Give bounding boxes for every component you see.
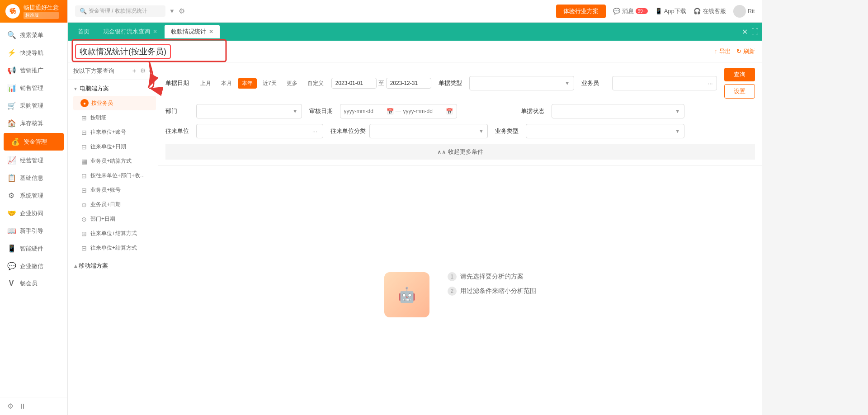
date-range: 至	[331, 78, 431, 89]
settings-icon[interactable]: ⚙	[179, 7, 185, 15]
sidebar-item-marketing[interactable]: 📢 营销推广	[0, 61, 67, 79]
tab-cashflow-close[interactable]: ✕	[153, 28, 157, 35]
sidebar-item-sales[interactable]: 📊 销售管理	[0, 79, 67, 97]
date-to-input[interactable]	[386, 78, 431, 89]
tab-close-all-icon[interactable]: ✕	[742, 28, 748, 36]
filter-actions: 查询 设置	[724, 68, 755, 99]
export-label: 导出	[719, 47, 731, 56]
export-button[interactable]: ↑ 导出	[714, 47, 731, 56]
scheme-items-list: ● 按业务员 ⊞ 按明细 ⊟ 往来单位+账号 ⊟	[68, 96, 158, 255]
counterpart-type-select[interactable]: ▼	[369, 124, 488, 138]
tab-maximize-icon[interactable]: ⛶	[751, 28, 759, 36]
sidebar-item-wechat[interactable]: 💬 企业微信	[0, 257, 67, 275]
settings-bottom-icon[interactable]: ⚙	[7, 402, 14, 410]
scheme-item-partner-payment1[interactable]: ⊞ 往来单位+结算方式	[73, 226, 156, 241]
date-tab-7days[interactable]: 近7天	[259, 78, 281, 89]
salesman-select[interactable]: ···	[612, 76, 717, 90]
partner-account-icon: ⊟	[80, 129, 88, 136]
calendar-icon-left[interactable]: 📅	[387, 108, 394, 115]
salesman-filter: 业务员 ···	[581, 76, 717, 90]
sidebar-item-system[interactable]: ⚙ 系统管理	[0, 187, 67, 204]
sidebar-item-inventory[interactable]: 🏠 库存核算	[0, 114, 67, 132]
sidebar-item-search[interactable]: 🔍 搜索菜单	[0, 26, 67, 44]
mobile-scheme-header[interactable]: ▶ 移动端方案	[68, 259, 158, 273]
scheme-item-partner-account[interactable]: ⊟ 往来单位+账号	[73, 125, 156, 139]
message-action[interactable]: 💬 消息 99+	[613, 7, 648, 15]
collapse-sidebar-icon[interactable]: ⏸	[19, 402, 26, 410]
online-service-label: 在线客服	[703, 7, 726, 15]
sidebar-item-purchase[interactable]: 🛒 采购管理	[0, 97, 67, 114]
dept-select[interactable]: ▼	[196, 104, 302, 118]
voucher-type-select[interactable]: ▼	[469, 76, 574, 90]
date-tab-thisyear[interactable]: 本年	[238, 78, 257, 89]
app-download-action[interactable]: 📱 App下载	[655, 7, 686, 15]
filter-row-1: 单据日期 上月 本月 本年 近7天 更多 自定义 至	[165, 68, 755, 99]
member-icon: V	[7, 279, 15, 288]
review-from-input[interactable]	[344, 108, 385, 114]
sidebar-item-operation[interactable]: 📈 经营管理	[0, 151, 67, 169]
scheme-item-combined[interactable]: ⊟ 按往来单位+部门+收...	[73, 169, 156, 183]
calendar-icon-right[interactable]: 📅	[446, 108, 453, 115]
date-from-input[interactable]	[331, 78, 377, 89]
tab-cashflow-label: 现金银行流水查询	[103, 28, 150, 36]
sidebar-label-purchase: 采购管理	[20, 102, 43, 110]
review-date-filter: 审核日期 📅 — 📅	[309, 104, 514, 118]
review-to-input[interactable]	[403, 108, 444, 114]
set-button[interactable]: 设置	[724, 84, 755, 99]
sidebar-item-finance[interactable]: 💰 资金管理	[4, 133, 64, 151]
online-service-action[interactable]: 🎧 在线客服	[693, 7, 726, 15]
left-panel: 按以下方案查询 ＋ ⚙ « ▼ 电脑端方案	[68, 62, 158, 415]
collapse-label: 收起更多条件	[448, 148, 483, 156]
scheme-item-partner-date[interactable]: ⊟ 往来单位+日期	[73, 140, 156, 154]
sidebar-label-enterprise: 企业协同	[20, 209, 43, 217]
step-1-label: 请先选择要分析的方案	[460, 273, 524, 281]
dropdown-icon[interactable]: ▼	[169, 8, 175, 14]
date-tab-custom[interactable]: 自定义	[303, 78, 328, 89]
salesman-label: 业务员	[581, 79, 609, 87]
trial-button[interactable]: 体验行业方案	[556, 5, 606, 18]
breadcrumb: 资金管理 / 收款情况统计	[89, 7, 147, 15]
scheme-item-salesman-payment[interactable]: ▦ 业务员+结算方式	[73, 154, 156, 168]
sidebar-item-enterprise[interactable]: 🤝 企业协同	[0, 204, 67, 222]
sidebar-item-quicknav[interactable]: ⚡ 快捷导航	[0, 44, 67, 61]
date-tab-lastmonth[interactable]: 上月	[196, 78, 215, 89]
sidebar-item-member[interactable]: V 畅会员	[0, 275, 67, 292]
counterpart-dots[interactable]: ···	[311, 128, 319, 135]
sidebar-item-basic[interactable]: 📋 基础信息	[0, 169, 67, 187]
biz-type-select[interactable]: ▼	[526, 124, 684, 138]
sidebar-label-search: 搜索菜单	[20, 31, 43, 39]
scheme-item-detail[interactable]: ⊞ 按明细	[73, 111, 156, 125]
robot-illustration: 🤖	[384, 272, 429, 317]
voucher-status-select[interactable]: ▼	[552, 104, 684, 118]
desktop-scheme-header[interactable]: ▼ 电脑端方案	[68, 82, 158, 95]
scheme-item-salesman-account[interactable]: ⊟ 业务员+账号	[73, 183, 156, 197]
right-content: 单据日期 上月 本月 本年 近7天 更多 自定义 至	[158, 62, 762, 415]
tab-cashflow[interactable]: 现金银行流水查询 ✕	[97, 25, 164, 38]
collapse-bar[interactable]: ∧∧ 收起更多条件	[165, 144, 755, 160]
scheme-item-salesman[interactable]: ● 按业务员	[73, 96, 156, 110]
gear-scheme-icon[interactable]: ⚙	[140, 67, 146, 75]
scheme-item-partner-payment2[interactable]: ⊟ 往来单位+结算方式	[73, 241, 156, 255]
scheme-item-dept-date[interactable]: ⊙ 部门+日期	[73, 212, 156, 226]
sidebar-label-sales: 销售管理	[20, 84, 43, 92]
header-search-area[interactable]: 🔍 资金管理 / 收款情况统计	[75, 5, 165, 17]
salesman-dots[interactable]: ···	[708, 80, 713, 87]
date-tab-thismonth[interactable]: 本月	[217, 78, 236, 89]
sidebar-item-hardware[interactable]: 📱 智能硬件	[0, 240, 67, 257]
date-tab-more[interactable]: 更多	[283, 78, 302, 89]
tab-bar: 首页 现金银行流水查询 ✕ 收款情况统计 ✕ ✕ ⛶	[68, 23, 762, 41]
query-button[interactable]: 查询	[724, 68, 755, 81]
sidebar-item-guide[interactable]: 📖 新手引导	[0, 222, 67, 240]
biz-type-chevron: ▼	[675, 128, 680, 134]
tab-receivable-close[interactable]: ✕	[209, 28, 213, 35]
scheme-item-partner-date-label: 往来单位+日期	[90, 143, 126, 151]
user-area[interactable]: Rit	[733, 5, 755, 18]
collapse-panel-icon[interactable]: «	[149, 67, 152, 75]
scheme-item-salesman-date[interactable]: ⊙ 业务员+日期	[73, 198, 156, 212]
tab-home[interactable]: 首页	[71, 25, 96, 38]
add-scheme-icon[interactable]: ＋	[131, 67, 137, 75]
refresh-button[interactable]: ↻ 刷新	[736, 47, 755, 56]
counterpart-select[interactable]: ···	[196, 124, 323, 138]
detail-icon: ⊞	[80, 114, 88, 122]
tab-receivable[interactable]: 收款情况统计 ✕	[165, 25, 220, 38]
